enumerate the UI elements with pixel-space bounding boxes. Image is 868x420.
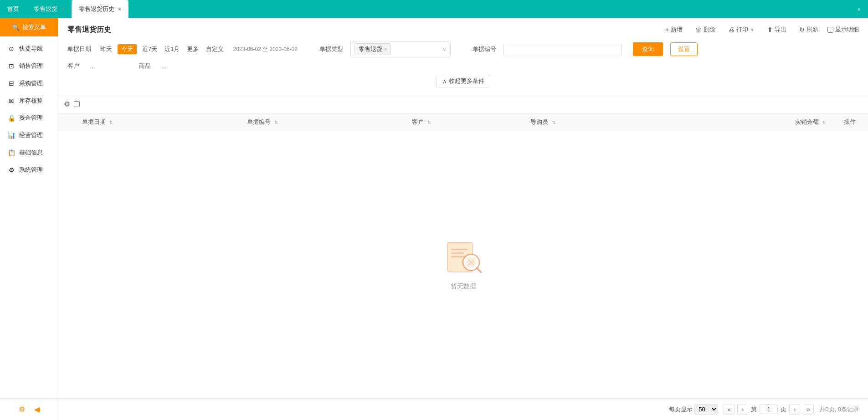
prev-page-btn[interactable]: ‹ xyxy=(737,404,748,415)
tab-retail-return-history-close[interactable]: × xyxy=(118,6,121,12)
export-button[interactable]: ⬆ 导出 xyxy=(764,24,790,36)
sidebar-bottom: ⚙ ◀ xyxy=(0,398,58,420)
date-opt-last1month[interactable]: 近1月 xyxy=(163,44,181,54)
tab-retail-return[interactable]: 零售退货 × xyxy=(26,0,72,18)
sidebar-item-finance-label: 资金管理 xyxy=(19,114,43,122)
delete-button[interactable]: 🗑 删除 xyxy=(692,24,719,36)
tab-retail-return-close[interactable]: × xyxy=(61,6,64,12)
export-icon: ⬆ xyxy=(767,26,773,33)
next-page-btn[interactable]: › xyxy=(789,404,800,415)
date-opt-yesterday[interactable]: 昨天 xyxy=(98,44,114,54)
code-input[interactable] xyxy=(503,44,622,55)
settings-button[interactable]: 设置 xyxy=(670,42,698,56)
page-size-dropdown[interactable]: 50 100 200 xyxy=(694,404,718,415)
sidebar-item-inventory-label: 库存核算 xyxy=(19,97,43,105)
date-opt-today[interactable]: 今天 xyxy=(118,44,137,54)
print-icon: 🖨 xyxy=(728,26,734,33)
th-guide-label: 导购员 xyxy=(530,118,548,125)
page-label-after: 页 xyxy=(781,405,786,414)
date-opt-last7days[interactable]: 近7天 xyxy=(140,44,159,54)
sidebar-search[interactable]: 🔍 搜索菜单 xyxy=(0,18,58,36)
collapse-row: ∧ 收起更多条件 xyxy=(67,75,859,87)
th-actions: 操作 xyxy=(832,113,868,131)
display-toggle: 显示明细 xyxy=(827,26,859,34)
search-icon: 🔍 xyxy=(12,24,20,31)
collapse-label: 收起更多条件 xyxy=(449,77,484,85)
add-icon: + xyxy=(665,26,669,33)
sidebar-item-basic-info[interactable]: 📋 基础信息 xyxy=(0,144,58,161)
add-label: 新增 xyxy=(671,26,683,34)
operations-icon: 📊 xyxy=(7,131,15,139)
goods-select-btn[interactable]: ... xyxy=(162,63,167,70)
customer-select-btn[interactable]: ... xyxy=(90,63,95,70)
print-button[interactable]: 🖨 打印 ▼ xyxy=(724,24,758,36)
purchase-mgmt-icon: ⊟ xyxy=(7,79,15,87)
sidebar-item-quick-nav[interactable]: ⊙ 快捷导航 xyxy=(0,40,58,57)
date-opt-custom[interactable]: 自定义 xyxy=(204,44,226,54)
th-code[interactable]: 单据编号 ⇅ xyxy=(241,113,406,131)
sidebar-item-basic-info-label: 基础信息 xyxy=(19,149,43,157)
page-size-select: 每页显示 50 100 200 xyxy=(669,404,718,415)
display-toggle-checkbox[interactable] xyxy=(827,27,833,33)
table-settings-icon[interactable]: ⚙ xyxy=(64,100,70,108)
page-size-label: 每页显示 xyxy=(669,405,693,414)
th-date[interactable]: 单据日期 ⇅ xyxy=(77,113,241,131)
th-customer-sort-icon: ⇅ xyxy=(427,120,431,125)
date-options: 昨天 今天 近7天 近1月 更多 自定义 xyxy=(98,44,226,54)
th-amount-sort-icon: ⇅ xyxy=(822,120,826,125)
th-customer[interactable]: 客户 ⇅ xyxy=(406,113,524,131)
sidebar-item-system-mgmt[interactable]: ⚙ 系统管理 xyxy=(0,161,58,179)
sidebar-search-label: 搜索菜单 xyxy=(22,23,46,31)
window-close-btn[interactable]: × xyxy=(857,6,868,13)
tab-retail-return-history[interactable]: 零售退货历史 × xyxy=(72,0,128,18)
basic-info-icon: 📋 xyxy=(7,149,15,157)
page-input[interactable] xyxy=(760,405,778,414)
filter-area: 单据日期 昨天 今天 近7天 近1月 更多 自定义 2023-06-02 至 2… xyxy=(67,41,859,95)
th-date-label: 单据日期 xyxy=(82,118,106,125)
select-all-checkbox[interactable] xyxy=(74,101,80,107)
query-button[interactable]: 查询 xyxy=(633,42,663,56)
date-label: 单据日期 xyxy=(67,45,91,53)
svg-rect-1 xyxy=(451,249,467,250)
sidebar-item-sales-mgmt[interactable]: ⊡ 销售管理 xyxy=(0,57,58,75)
th-amount[interactable]: 实销金额 ⇅ xyxy=(667,113,832,131)
settings-bottom-icon[interactable]: ⚙ xyxy=(19,405,25,414)
sidebar-item-operations[interactable]: 📊 经营管理 xyxy=(0,127,58,144)
type-tag-label: 零售退货 xyxy=(359,45,382,53)
date-opt-more[interactable]: 更多 xyxy=(185,44,200,54)
delete-label: 删除 xyxy=(704,26,715,34)
delete-icon: 🗑 xyxy=(695,26,702,33)
sidebar-item-quick-nav-label: 快捷导航 xyxy=(19,45,43,53)
table-container: ⚙ 单据日期 ⇅ 单据编号 ⇅ xyxy=(58,95,868,398)
content-area: 零售退货历史 + 新增 🗑 删除 🖨 打印 ▼ xyxy=(58,18,868,420)
refresh-button[interactable]: ↻ 刷新 xyxy=(796,24,822,36)
tab-home[interactable]: 首页 xyxy=(0,0,26,18)
type-label: 单据类型 xyxy=(319,45,343,53)
sales-mgmt-icon: ⊡ xyxy=(7,62,15,70)
total-info: 共0页, 0条记录 xyxy=(819,405,859,414)
th-code-label: 单据编号 xyxy=(247,118,271,125)
first-page-btn[interactable]: « xyxy=(724,404,734,415)
sidebar-item-purchase-mgmt[interactable]: ⊟ 采购管理 xyxy=(0,75,58,92)
page-title: 零售退货历史 xyxy=(67,25,111,35)
type-tag-close[interactable]: × xyxy=(384,46,387,52)
finance-icon: 🔒 xyxy=(7,114,15,122)
sidebar-item-sales-mgmt-label: 销售管理 xyxy=(19,62,43,70)
add-button[interactable]: + 新增 xyxy=(662,24,686,36)
th-guide[interactable]: 导购员 ⇅ xyxy=(525,113,667,131)
inventory-icon: ⊠ xyxy=(7,97,15,105)
sidebar-item-finance[interactable]: 🔒 资金管理 xyxy=(0,109,58,127)
collapse-sidebar-icon[interactable]: ◀ xyxy=(34,405,40,414)
collapse-button[interactable]: ∧ 收起更多条件 xyxy=(437,75,490,87)
page-nav: « ‹ 第 页 › » xyxy=(724,404,814,415)
th-checkbox xyxy=(58,113,77,131)
sidebar-item-purchase-mgmt-label: 采购管理 xyxy=(19,79,43,87)
sidebar-item-system-mgmt-label: 系统管理 xyxy=(19,166,43,174)
refresh-label: 刷新 xyxy=(806,26,818,34)
type-select[interactable]: 零售退货 × ∨ xyxy=(350,41,451,57)
sidebar: 🔍 搜索菜单 ⊙ 快捷导航 ⊡ 销售管理 ⊟ 采购管理 ⊠ 库存核算 🔒 资金 xyxy=(0,18,58,420)
last-page-btn[interactable]: » xyxy=(803,404,814,415)
table-toolbar: ⚙ xyxy=(58,95,868,113)
sidebar-item-inventory[interactable]: ⊠ 库存核算 xyxy=(0,92,58,109)
page-header-top: 零售退货历史 + 新增 🗑 删除 🖨 打印 ▼ xyxy=(67,24,859,36)
